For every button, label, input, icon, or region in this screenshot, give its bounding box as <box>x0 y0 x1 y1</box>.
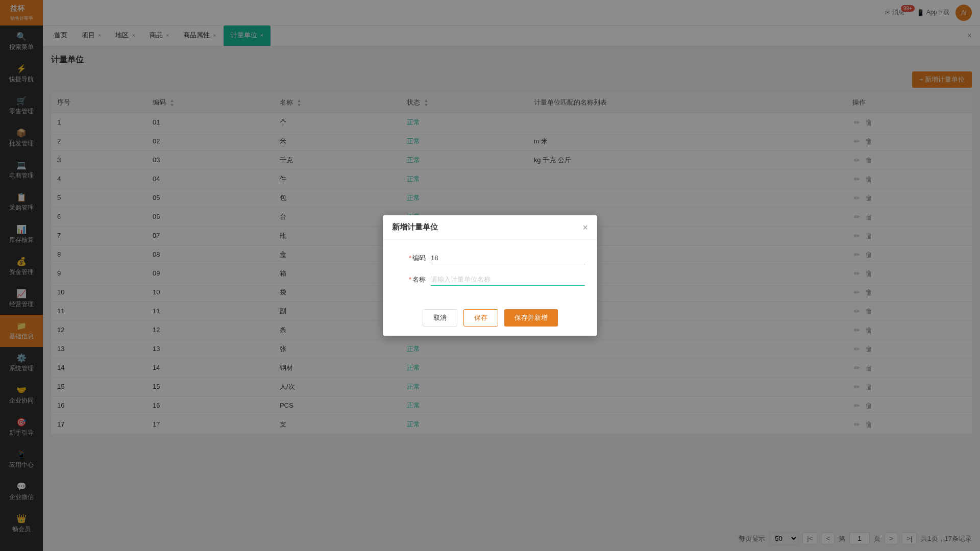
modal-footer: 取消 保存 保存并新增 <box>383 303 597 336</box>
save-button[interactable]: 保存 <box>463 309 498 327</box>
name-input[interactable] <box>431 273 585 286</box>
modal-overlay: 新增计量单位 × *编码 *名称 取消 保存 保存并新增 <box>0 0 980 551</box>
modal-body: *编码 *名称 <box>383 240 597 303</box>
code-label: *编码 <box>395 254 426 263</box>
name-required-mark: * <box>409 276 411 283</box>
add-unit-modal: 新增计量单位 × *编码 *名称 取消 保存 保存并新增 <box>383 215 597 336</box>
code-required-mark: * <box>409 254 411 262</box>
name-label: *名称 <box>395 275 426 284</box>
modal-header: 新增计量单位 × <box>383 215 597 240</box>
modal-close-button[interactable]: × <box>582 223 588 232</box>
form-row-code: *编码 <box>395 252 585 264</box>
code-input[interactable] <box>431 252 585 264</box>
cancel-button[interactable]: 取消 <box>423 309 457 327</box>
modal-title: 新增计量单位 <box>392 222 438 232</box>
save-and-new-button[interactable]: 保存并新增 <box>504 309 558 327</box>
form-row-name: *名称 <box>395 273 585 286</box>
